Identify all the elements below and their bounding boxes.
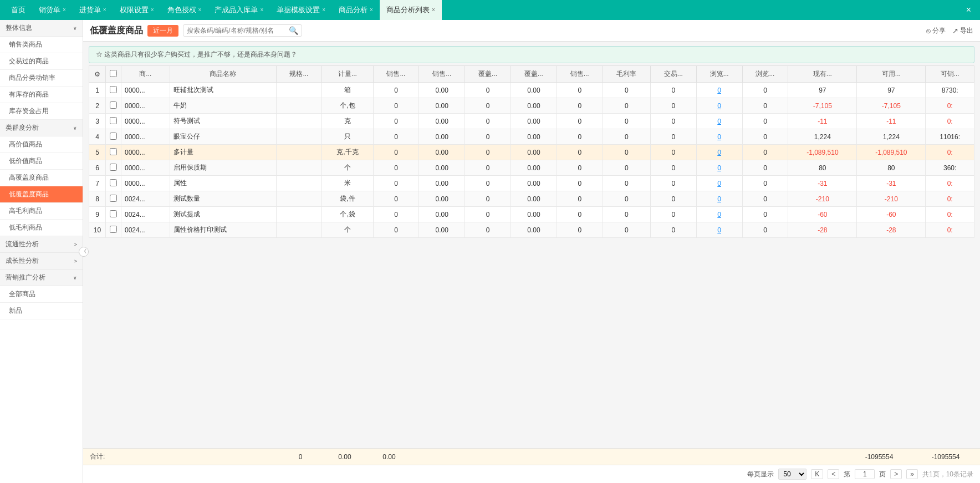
cell-browse1[interactable]: 0: [696, 83, 742, 98]
row-checkbox[interactable]: [110, 195, 117, 202]
th-cover1[interactable]: 覆盖...: [465, 66, 511, 83]
table-row: 2 0000... 牛奶 个,包 0 0.00 0 0.00 0 0 0 0 0…: [89, 98, 974, 114]
cell-check[interactable]: [106, 129, 121, 145]
th-code[interactable]: 商...: [121, 66, 170, 83]
th-trade[interactable]: 交易...: [650, 66, 696, 83]
page-input[interactable]: [855, 469, 875, 479]
sidebar-item-low-value[interactable]: 低价值商品: [0, 153, 83, 170]
next-page-button[interactable]: >: [890, 469, 902, 479]
sidebar-section-growth[interactable]: 成长性分析 >: [0, 253, 83, 270]
nav-close-roles[interactable]: ×: [198, 0, 202, 20]
cell-browse1[interactable]: 0: [696, 222, 742, 238]
sidebar-section-cluster[interactable]: 类群度分析 ∨: [0, 120, 83, 136]
th-spec[interactable]: 规格...: [276, 66, 322, 83]
row-checkbox[interactable]: [110, 226, 117, 233]
sidebar-section-marketing[interactable]: 营销推广分析 ∨: [0, 270, 83, 286]
cell-check[interactable]: [106, 207, 121, 222]
nav-close-goods-analysis-list[interactable]: ×: [432, 0, 435, 20]
cell-check[interactable]: [106, 191, 121, 207]
cell-check[interactable]: [106, 160, 121, 176]
sidebar-section-overall[interactable]: 整体信息 ∨: [0, 20, 83, 37]
th-name[interactable]: 商品名称: [170, 66, 276, 83]
row-checkbox[interactable]: [110, 179, 117, 186]
cell-check[interactable]: [106, 114, 121, 129]
sidebar-item-high-value[interactable]: 高价值商品: [0, 136, 83, 153]
nav-goods-analysis-list[interactable]: 商品分析列表 ×: [380, 0, 442, 20]
cell-browse1[interactable]: 0: [696, 98, 742, 114]
nav-close-sales[interactable]: ×: [63, 0, 66, 20]
row-checkbox[interactable]: [110, 148, 117, 155]
th-settings[interactable]: ⚙: [89, 66, 106, 83]
cell-browse1[interactable]: 0: [696, 114, 742, 129]
th-browse2[interactable]: 浏览...: [742, 66, 788, 83]
row-checkbox[interactable]: [110, 86, 117, 93]
cell-check[interactable]: [106, 98, 121, 114]
sidebar-item-high-coverage[interactable]: 高覆盖度商品: [0, 170, 83, 186]
sidebar-item-low-margin[interactable]: 低毛利商品: [0, 220, 83, 236]
sidebar-item-all-goods[interactable]: 全部商品: [0, 286, 83, 303]
nav-home[interactable]: 首页: [4, 0, 32, 20]
nav-close-permissions[interactable]: ×: [151, 0, 154, 20]
last-page-button[interactable]: »: [906, 469, 918, 479]
row-checkbox[interactable]: [110, 164, 117, 171]
cell-check[interactable]: [106, 83, 121, 98]
nav-template[interactable]: 单据模板设置 ×: [270, 0, 332, 20]
th-stock1[interactable]: 现有...: [788, 66, 857, 83]
cell-browse1[interactable]: 0: [696, 191, 742, 207]
nav-roles[interactable]: 角色授权 ×: [161, 0, 208, 20]
nav-goods-analysis[interactable]: 商品分析 ×: [332, 0, 380, 20]
sidebar-item-low-coverage[interactable]: 低覆盖度商品: [0, 186, 83, 203]
search-icon[interactable]: 🔍: [289, 26, 298, 35]
share-action[interactable]: ⎋ 分享: [926, 26, 946, 35]
cell-check[interactable]: [106, 145, 121, 160]
export-action[interactable]: ↗ 导出: [952, 26, 973, 35]
cell-check[interactable]: [106, 222, 121, 238]
per-page-select[interactable]: 50 10 20 100: [778, 469, 807, 480]
th-sale3[interactable]: 销售...: [557, 66, 603, 83]
sidebar-section-liquidity[interactable]: 流通性分析 >: [0, 236, 83, 253]
nav-purchase[interactable]: 进货单 ×: [73, 0, 113, 20]
nav-sales[interactable]: 销货单 ×: [32, 0, 73, 20]
nav-close-product-storage[interactable]: ×: [260, 0, 263, 20]
th-sale1[interactable]: 销售...: [373, 66, 419, 83]
prev-page-button[interactable]: <: [828, 469, 839, 479]
nav-product-storage[interactable]: 产成品入库单 ×: [208, 0, 270, 20]
row-checkbox[interactable]: [110, 210, 117, 217]
th-browse1[interactable]: 浏览...: [696, 66, 742, 83]
row-checkbox[interactable]: [110, 101, 117, 109]
cell-browse1[interactable]: 0: [696, 145, 742, 160]
th-stock2[interactable]: 可用...: [857, 66, 926, 83]
nav-close-template[interactable]: ×: [322, 0, 325, 20]
select-all-checkbox[interactable]: [110, 70, 117, 77]
sidebar-item-sales-goods[interactable]: 销售类商品: [0, 37, 83, 53]
cell-browse1[interactable]: 0: [696, 160, 742, 176]
window-close-button[interactable]: ×: [962, 5, 976, 15]
cell-check[interactable]: [106, 176, 121, 191]
row-checkbox[interactable]: [110, 133, 117, 140]
sidebar-item-new-goods[interactable]: 新品: [0, 303, 83, 319]
cell-sale3: 0: [557, 160, 603, 176]
th-gross[interactable]: 毛利率: [603, 66, 650, 83]
sidebar-item-stocked-goods[interactable]: 有库存的商品: [0, 87, 83, 103]
nav-close-goods-analysis[interactable]: ×: [370, 0, 373, 20]
th-sale4[interactable]: 可销...: [926, 66, 974, 83]
th-unit[interactable]: 计量...: [322, 66, 373, 83]
sidebar-collapse-button[interactable]: 《: [79, 247, 89, 257]
cell-trade: 0: [650, 176, 696, 191]
nav-permissions[interactable]: 权限设置 ×: [113, 0, 161, 20]
filter-button[interactable]: 近一月: [147, 25, 178, 37]
cell-browse1[interactable]: 0: [696, 207, 742, 222]
search-input[interactable]: [187, 27, 287, 34]
nav-close-purchase[interactable]: ×: [103, 0, 106, 20]
sidebar-item-traded-goods[interactable]: 交易过的商品: [0, 53, 83, 70]
sidebar-item-high-margin[interactable]: 高毛利商品: [0, 203, 83, 220]
sidebar-item-stock-capital[interactable]: 库存资金占用: [0, 103, 83, 120]
th-sale2[interactable]: 销售...: [419, 66, 465, 83]
th-cover2[interactable]: 覆盖...: [511, 66, 557, 83]
first-page-button[interactable]: K: [811, 469, 823, 479]
row-checkbox[interactable]: [110, 117, 117, 124]
th-checkbox[interactable]: [106, 66, 121, 83]
cell-browse1[interactable]: 0: [696, 176, 742, 191]
cell-browse1[interactable]: 0: [696, 129, 742, 145]
sidebar-item-category-rate[interactable]: 商品分类动销率: [0, 70, 83, 87]
